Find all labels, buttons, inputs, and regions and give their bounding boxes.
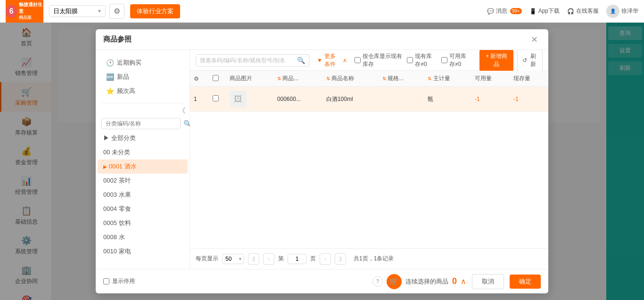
row-available: -1 — [471, 87, 510, 112]
row-select-checkbox[interactable] — [213, 95, 219, 101]
notifications-badge: 99+ — [510, 8, 522, 14]
stock-nonzero-filter[interactable]: 现有库存≠0 — [407, 52, 438, 68]
confirm-button[interactable]: 确定 — [510, 275, 541, 289]
settings-icon[interactable]: ⚙ — [109, 4, 124, 19]
product-search-box: 🔍 — [196, 54, 309, 67]
modal-sidebar: 🕐 近期购买 🆕 新品 ⭐ 频次高 《 — [96, 50, 190, 269]
experience-button[interactable]: 体验行业方案 — [130, 4, 180, 18]
add-product-button[interactable]: + 新增商品 — [479, 50, 513, 71]
store-selector[interactable]: 日太阳膜 ▼ — [43, 5, 106, 17]
sort-code-icon: ⇅ — [277, 76, 281, 81]
message-icon: 💬 — [487, 8, 494, 15]
select-all-checkbox[interactable] — [213, 75, 219, 81]
category-item-0002[interactable]: 0002 茶叶 — [98, 174, 188, 188]
current-page-input[interactable] — [288, 254, 306, 264]
sidebar-separator — [101, 103, 184, 103]
collapse-button[interactable]: 《 — [178, 106, 186, 116]
row-spec — [379, 87, 424, 112]
col-spec[interactable]: ⇅ 规格... — [379, 71, 424, 87]
clock-icon: 🕐 — [106, 59, 114, 67]
stock-nonzero-checkbox[interactable] — [407, 57, 413, 63]
top-nav: 6 畅捷通好生意 精品版 日太阳膜 ▼ ⚙ 体验行业方案 💬 消息 99+ 📱 … — [0, 0, 644, 23]
col-name[interactable]: ⇅ 商品名称 — [322, 71, 379, 87]
category-item-0001[interactable]: ▶0001 酒水 — [98, 159, 188, 174]
avatar: 👤 — [606, 5, 619, 18]
recent-buy-item[interactable]: 🕐 近期购买 — [101, 56, 184, 70]
nav-right: 💬 消息 99+ 📱 App下载 🎧 在线客服 👤 徐泽华 — [487, 5, 638, 18]
category-item-0003[interactable]: 0003 水果 — [98, 188, 188, 202]
prev-page-button[interactable]: ‹ — [263, 253, 274, 265]
brand-logo: 6 畅捷通好生意 精品版 — [6, 0, 43, 23]
row-name: 白酒100ml — [322, 87, 379, 112]
cart-label: 连续选择的商品 — [405, 277, 448, 286]
product-table: ⚙ 商品图片 ⇅ 商品... ⇅ 商品名称 ⇅ 规格... ⇅ 主计量 可用量 … — [190, 71, 548, 112]
category-search: 🔍 — [96, 116, 190, 131]
notifications-button[interactable]: 💬 消息 99+ — [487, 7, 522, 15]
table-row[interactable]: 1 🖼 000600... 白酒100ml 瓶 -1 -1 — [190, 87, 548, 112]
modal-toolbar: 🔍 ▼ 更多条件 ∧ 按仓库显示现有库存 现有库存≠0 — [190, 50, 548, 71]
user-profile[interactable]: 👤 徐泽华 — [606, 5, 638, 18]
refresh-table-button[interactable]: ↺ 刷新 — [517, 50, 543, 71]
available-nonzero-checkbox[interactable] — [441, 57, 447, 63]
total-info: 共1页，1条记录 — [354, 255, 394, 263]
product-thumbnail: 🖼 — [230, 91, 247, 108]
col-unit[interactable]: ⇅ 主计量 — [424, 71, 471, 87]
category-item-all[interactable]: ▶ 全部分类 — [98, 131, 188, 145]
search-icon[interactable]: 🔍 — [297, 57, 305, 64]
col-settings[interactable]: ⚙ — [190, 71, 209, 87]
app-download-button[interactable]: 📱 App下载 — [529, 7, 560, 15]
display-disabled-checkbox[interactable] — [103, 278, 109, 284]
store-select[interactable]: 日太阳膜 — [49, 5, 106, 17]
col-checkbox — [209, 71, 226, 87]
category-item-0008[interactable]: 0008 水 — [98, 230, 188, 244]
modal-main: 🔍 ▼ 更多条件 ∧ 按仓库显示现有库存 现有库存≠0 — [190, 50, 548, 269]
page-size-label: 每页显示 — [196, 255, 218, 263]
sort-unit-icon: ⇅ — [428, 76, 431, 81]
row-image: 🖼 — [226, 87, 273, 112]
warehouse-stock-filter[interactable]: 按仓库显示现有库存 — [355, 52, 404, 68]
category-item-00[interactable]: 00 未分类 — [98, 145, 188, 159]
more-filters-button[interactable]: ▼ 更多条件 ∧ — [313, 50, 351, 70]
last-page-button[interactable]: ⟫ — [335, 253, 346, 265]
col-code[interactable]: ⇅ 商品... — [273, 71, 322, 87]
next-page-button[interactable]: › — [320, 253, 331, 265]
mobile-icon: 📱 — [529, 8, 537, 15]
filter-arrow-icon: ∧ — [343, 57, 347, 64]
collapse-wrap: 《 — [96, 106, 190, 116]
brand-name: 畅捷通好生意 — [19, 1, 43, 15]
table-header-row: ⚙ 商品图片 ⇅ 商品... ⇅ 商品名称 ⇅ 规格... ⇅ 主计量 可用量 … — [190, 71, 548, 87]
first-page-button[interactable]: ⟪ — [248, 253, 259, 265]
display-disabled-label[interactable]: 显示停用 — [103, 277, 135, 285]
cart-collapse-icon[interactable]: ∧ — [461, 277, 466, 286]
category-list: ▶ 全部分类00 未分类▶0001 酒水0002 茶叶0003 水果0004 零… — [96, 131, 190, 258]
col-stock: 现存量 — [510, 71, 548, 87]
category-search-input[interactable] — [101, 118, 181, 129]
sort-name-icon: ⇅ — [326, 76, 330, 81]
row-checkbox[interactable] — [209, 87, 226, 112]
page-size-selector[interactable]: 50 10 20 100 ▼ — [222, 254, 244, 264]
brand-sub: 精品版 — [19, 15, 43, 21]
online-service-button[interactable]: 🎧 在线客服 — [567, 7, 599, 15]
category-item-0010[interactable]: 0010 家电 — [98, 244, 188, 258]
row-code: 000600... — [273, 87, 322, 112]
cart-icon[interactable]: 🛒 — [387, 274, 402, 289]
warehouse-checkbox[interactable] — [355, 57, 361, 63]
category-search-icon[interactable]: 🔍 — [183, 120, 190, 127]
modal-close-button[interactable]: ✕ — [528, 33, 541, 46]
category-item-0004[interactable]: 0004 零食 — [98, 202, 188, 216]
cancel-button[interactable]: 取消 — [472, 274, 504, 289]
product-table-wrap: ⚙ 商品图片 ⇅ 商品... ⇅ 商品名称 ⇅ 规格... ⇅ 主计量 可用量 … — [190, 71, 548, 248]
modal-backdrop[interactable]: 商品参照 ✕ 🕐 近期购买 🆕 新品 ⭐ 频次高 — [0, 23, 644, 300]
help-icon[interactable]: ? — [372, 276, 383, 287]
modal-body: 🕐 近期购买 🆕 新品 ⭐ 频次高 《 — [96, 50, 548, 269]
table-body: 1 🖼 000600... 白酒100ml 瓶 -1 -1 — [190, 87, 548, 112]
row-stock: -1 — [510, 87, 548, 112]
product-search-input[interactable] — [200, 57, 294, 64]
sort-spec-icon: ⇅ — [382, 76, 386, 81]
available-nonzero-filter[interactable]: 可用库存≠0 — [441, 52, 472, 68]
page-size-select[interactable]: 50 10 20 100 — [222, 254, 244, 264]
new-icon: 🆕 — [106, 73, 114, 81]
new-product-item[interactable]: 🆕 新品 — [101, 70, 184, 84]
category-item-0005[interactable]: 0005 饮料 — [98, 216, 188, 230]
high-freq-item[interactable]: ⭐ 频次高 — [101, 84, 184, 98]
